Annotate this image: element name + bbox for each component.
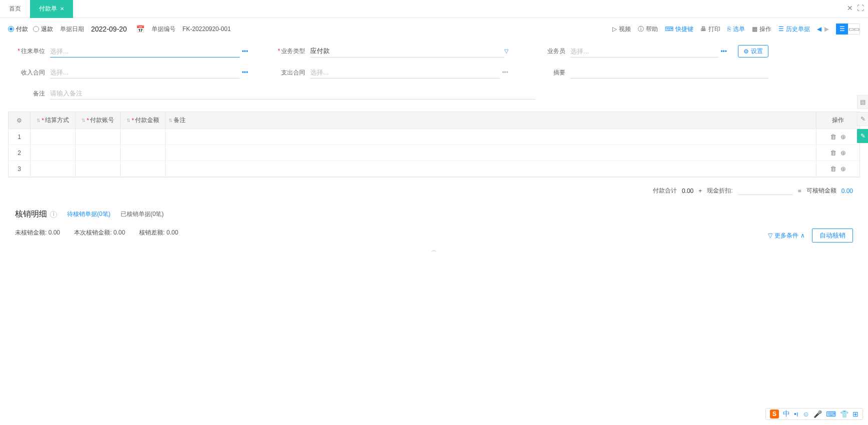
action-button[interactable]: ▦操作 [752, 25, 771, 34]
salesman-label: 业务员 [528, 47, 565, 56]
prev-icon[interactable]: ◀ [817, 26, 821, 32]
radio-refund[interactable]: 退款 [33, 25, 53, 34]
sort-icon[interactable]: ⇅ [37, 118, 41, 123]
table-row[interactable]: 1🗑⊕ [9, 129, 859, 145]
ime-lang[interactable]: 中 [783, 410, 790, 418]
partner-input[interactable] [50, 46, 240, 58]
table-row[interactable]: 2🗑⊕ [9, 145, 859, 161]
view-card-button[interactable]: ▭▭ [848, 24, 860, 34]
income-contract-input[interactable] [50, 66, 240, 78]
sogou-logo-icon[interactable]: S [770, 410, 779, 418]
history-button[interactable]: ☰历史单据 [778, 25, 810, 34]
cell-account[interactable] [76, 145, 121, 160]
date-value: 2022-09-20 [91, 25, 127, 33]
cell-remark[interactable] [166, 129, 816, 144]
more-conditions-button[interactable]: ▽更多条件∧ [768, 232, 805, 240]
chevron-down-icon[interactable]: ▽ [504, 48, 508, 54]
collapse-icon[interactable]: ︽ [15, 246, 853, 254]
shortcut-button[interactable]: ⌨快捷键 [665, 25, 693, 34]
cell-amount[interactable] [121, 129, 166, 144]
cell-amount[interactable] [121, 145, 166, 160]
income-contract-label: 收入合同 [8, 68, 45, 77]
fullscreen-icon[interactable]: ⛶ [857, 4, 864, 12]
filter-icon: ▽ [768, 232, 772, 239]
select-button[interactable]: ⎘选单 [727, 25, 745, 34]
tab-pending[interactable]: 待核销单据(0笔) [67, 210, 111, 218]
cell-remark[interactable] [166, 145, 816, 160]
sort-icon[interactable]: ⇅ [169, 118, 173, 123]
video-button[interactable]: ▷视频 [612, 25, 631, 34]
chevron-up-icon: ∧ [800, 232, 805, 239]
totals-row: 付款合计 0.00 + 现金折扣: = 可核销金额 0.00 [0, 178, 868, 204]
tab-home[interactable]: 首页 [0, 0, 30, 18]
biztype-label: 业务类型 [281, 48, 305, 54]
biztype-select[interactable] [310, 46, 504, 58]
num-value: FK-20220920-001 [183, 26, 231, 32]
add-row-icon[interactable]: ⊕ [840, 133, 846, 140]
expense-contract-label: 支出合同 [268, 68, 305, 77]
cell-settle[interactable] [31, 145, 76, 160]
stat-this: 本次核销金额: 0.00 [74, 228, 125, 237]
expense-contract-input[interactable] [310, 66, 500, 78]
ime-skin-icon[interactable]: 👕 [840, 410, 848, 418]
cell-remark[interactable] [166, 161, 816, 176]
ime-emoji-icon[interactable]: ☺ [802, 410, 809, 418]
ime-mic-icon[interactable]: 🎤 [813, 410, 822, 418]
pay-total-label: 付款合计 [653, 186, 677, 195]
add-row-icon[interactable]: ⊕ [840, 149, 846, 156]
radio-payment-label: 付款 [16, 25, 28, 34]
summary-input[interactable] [570, 66, 768, 78]
ime-punct-icon[interactable]: •ı [794, 410, 798, 418]
view-list-button[interactable]: ☰ [836, 24, 848, 34]
table-row[interactable]: 3🗑⊕ [9, 161, 859, 177]
tab-payment[interactable]: 付款单 ✕ [30, 0, 73, 18]
ime-toolbox-icon[interactable]: ⊞ [852, 410, 858, 418]
writeoff-section: 核销明细i 待核销单据(0笔) 已核销单据(0笔) 未核销金额: 0.00 本次… [0, 204, 868, 258]
radio-refund-label: 退款 [41, 25, 53, 34]
close-icon[interactable]: ✕ [847, 4, 853, 12]
play-icon: ▷ [612, 26, 617, 32]
cell-account[interactable] [76, 129, 121, 144]
num-label: 单据编号 [152, 25, 176, 34]
side-tool-3[interactable]: ✎ [857, 129, 868, 143]
remark-input[interactable] [50, 88, 535, 100]
help-button[interactable]: ⓘ帮助 [638, 25, 658, 34]
salesman-input[interactable] [570, 46, 718, 58]
sort-icon[interactable]: ⇅ [82, 118, 86, 123]
radio-payment[interactable]: 付款 [8, 25, 28, 34]
tab-done[interactable]: 已核销单据(0笔) [121, 210, 164, 218]
settings-button[interactable]: ⚙设置 [738, 45, 768, 58]
more-icon[interactable]: ••• [502, 69, 508, 76]
ime-keyboard-icon[interactable]: ⌨ [826, 410, 836, 418]
more-icon[interactable]: ••• [242, 69, 248, 76]
delete-row-icon[interactable]: 🗑 [830, 149, 836, 156]
cell-amount[interactable] [121, 161, 166, 176]
more-icon[interactable]: ••• [720, 48, 727, 55]
cell-settle[interactable] [31, 129, 76, 144]
close-tab-icon[interactable]: ✕ [60, 6, 64, 12]
add-row-icon[interactable]: ⊕ [840, 165, 846, 172]
cell-settle[interactable] [31, 161, 76, 176]
form-area: *往来单位 ••• *业务类型 ▽ 业务员 ••• ⚙设置 收入合同 [0, 40, 868, 112]
cell-account[interactable] [76, 161, 121, 176]
discount-input[interactable] [738, 187, 793, 195]
calendar-icon[interactable]: 📅 [136, 25, 145, 33]
gear-icon[interactable]: ⚙ [17, 117, 22, 124]
history-icon: ☰ [778, 26, 784, 32]
side-tool-1[interactable]: ▤ [857, 95, 868, 109]
print-button[interactable]: 🖶打印 [700, 25, 720, 34]
sort-icon[interactable]: ⇅ [127, 118, 131, 123]
help-icon: ⓘ [638, 25, 644, 34]
delete-row-icon[interactable]: 🗑 [830, 165, 836, 172]
print-icon: 🖶 [700, 26, 706, 32]
side-tool-2[interactable]: ✎ [857, 112, 868, 126]
summary-label: 摘要 [528, 68, 565, 77]
toolbar: 付款 退款 单据日期 2022-09-20 📅 单据编号 FK-20220920… [0, 18, 868, 40]
row-index: 2 [9, 145, 31, 160]
auto-writeoff-button[interactable]: 自动核销 [812, 228, 853, 242]
delete-row-icon[interactable]: 🗑 [830, 133, 836, 140]
tab-home-label: 首页 [9, 4, 21, 13]
more-icon[interactable]: ••• [242, 48, 248, 55]
next-icon[interactable]: ▶ [824, 26, 829, 32]
info-icon[interactable]: i [50, 211, 57, 218]
